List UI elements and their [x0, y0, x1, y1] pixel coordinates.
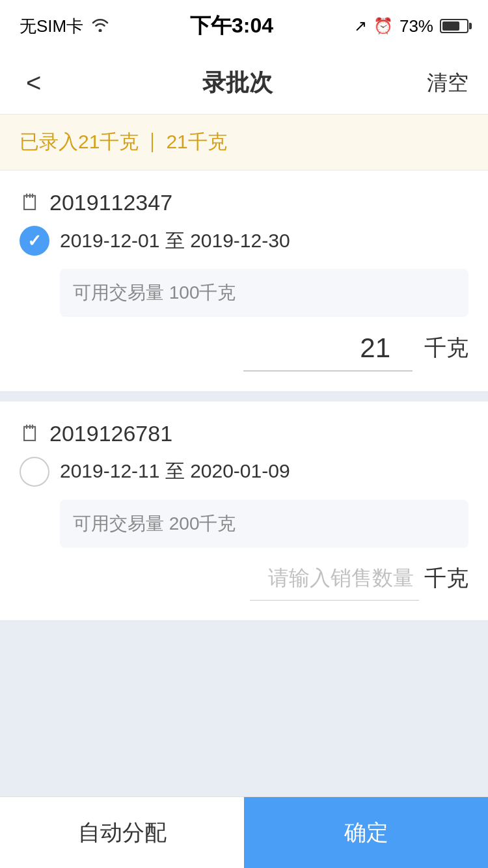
batch-1-available-text: 可用交易量 100千克	[73, 282, 236, 303]
summary-divider	[152, 133, 153, 152]
status-bar: 无SIM卡 下午3:04 ↗ ⏰ 73%	[0, 0, 488, 52]
batch-1-amount-value[interactable]: 21	[360, 332, 390, 364]
batch-2-date: 2019-12-11 至 2020-01-09	[60, 458, 290, 485]
summary-label: 已录入21千克	[20, 129, 139, 156]
batch-item-2: 🗒 2019126781 2019-12-11 至 2020-01-09 可用交…	[0, 401, 488, 548]
batch-1-radio[interactable]	[20, 226, 49, 256]
battery-percent: 73%	[400, 16, 433, 36]
battery-icon	[440, 19, 468, 33]
batch-2-available-text: 可用交易量 200千克	[73, 513, 236, 534]
status-right: ↗ ⏰ 73%	[354, 16, 468, 36]
batch-1-id: 2019112347	[49, 190, 172, 215]
page-title: 录批次	[202, 67, 273, 99]
summary-value: 21千克	[166, 129, 226, 156]
back-button[interactable]: <	[20, 62, 47, 104]
wifi-icon	[91, 16, 109, 36]
batch-1-underline	[0, 364, 488, 391]
status-left: 无SIM卡	[20, 15, 109, 38]
batch-item-1: 🗒 2019112347 2019-12-01 至 2019-12-30 可用交…	[0, 170, 488, 317]
status-time: 下午3:04	[190, 12, 273, 40]
carrier-text: 无SIM卡	[20, 15, 83, 38]
batch-1-date-row: 2019-12-01 至 2019-12-30	[20, 226, 468, 256]
batch-1-amount-unit: 千克	[424, 333, 468, 363]
batch-1-icon: 🗒	[20, 190, 42, 215]
batch-1-available: 可用交易量 100千克	[60, 269, 468, 317]
batch-2-date-row: 2019-12-11 至 2020-01-09	[20, 457, 468, 487]
batch-2-input-row: 请输入销售数量 千克	[0, 548, 488, 593]
batch-2-header: 🗒 2019126781	[20, 421, 468, 446]
batch-2-icon: 🗒	[20, 421, 42, 446]
summary-banner: 已录入21千克 21千克	[0, 115, 488, 170]
alarm-icon: ⏰	[373, 17, 393, 35]
batch-2-input-placeholder[interactable]: 请输入销售数量	[20, 564, 414, 593]
bottom-bar: 自动分配 确定	[0, 796, 488, 868]
clear-button[interactable]: 清空	[427, 69, 468, 98]
batch-2-id: 2019126781	[49, 421, 172, 446]
batch-1-header: 🗒 2019112347	[20, 190, 468, 215]
batch-2-underline	[0, 593, 488, 621]
nav-bar: < 录批次 清空	[0, 52, 488, 115]
section-separator-1	[0, 391, 488, 401]
location-icon: ↗	[354, 17, 367, 35]
batch-1-amount-row: 21 千克	[0, 317, 488, 364]
confirm-button[interactable]: 确定	[244, 797, 488, 868]
batch-2-available: 可用交易量 200千克	[60, 500, 468, 548]
batch-2-radio[interactable]	[20, 457, 49, 487]
batch-2-input-unit: 千克	[424, 563, 468, 593]
auto-assign-button[interactable]: 自动分配	[0, 797, 244, 868]
batch-1-date: 2019-12-01 至 2019-12-30	[60, 228, 290, 254]
